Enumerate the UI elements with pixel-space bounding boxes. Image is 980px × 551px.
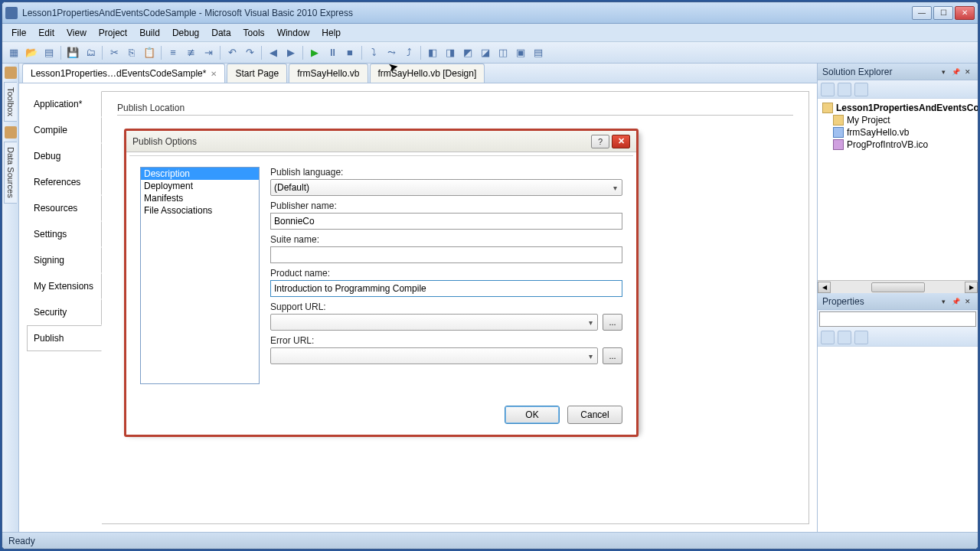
solution-toolbar [818,80,978,99]
close-button[interactable]: ✕ [955,6,975,20]
ok-button[interactable]: OK [505,406,560,424]
step-out-button[interactable]: ⤴ [400,44,417,61]
option-manifests[interactable]: Manifests [141,192,259,204]
nav-publish[interactable]: Publish [27,325,102,351]
minimize-button[interactable]: — [912,6,932,20]
menu-debug[interactable]: Debug [166,25,205,41]
tb-misc-7[interactable]: ▤ [530,44,547,61]
dialog-close-button[interactable]: ✕ [612,135,630,148]
toolbox-tab[interactable]: Toolbox [4,82,17,122]
property-pages-icon[interactable] [854,331,868,344]
properties-object-selector[interactable] [819,311,976,327]
tab-frmsayhello-code[interactable]: frmSayHello.vb [289,64,368,83]
refresh-icon[interactable] [854,83,868,96]
scroll-track[interactable] [831,282,965,293]
menu-tools[interactable]: Tools [237,25,271,41]
nav-references[interactable]: References [27,169,102,195]
tree-myproject[interactable]: My Project [821,114,975,126]
menu-edit[interactable]: Edit [32,25,60,41]
panel-pin-icon[interactable]: 📌 [950,296,961,307]
properties-grid[interactable] [818,347,978,532]
panel-close-icon[interactable]: ✕ [962,296,973,307]
menu-help[interactable]: Help [315,25,347,41]
menu-view[interactable]: View [60,25,93,41]
tb-misc-1[interactable]: ◧ [424,44,441,61]
nav-signing[interactable]: Signing [27,247,102,273]
start-debug-button[interactable]: ▶ [306,44,323,61]
menu-data[interactable]: Data [205,25,237,41]
tree-ico[interactable]: ProgProfIntroVB.ico [821,139,975,151]
option-description[interactable]: Description [141,168,259,180]
panel-pin-icon[interactable]: 📌 [950,67,961,77]
scroll-right-button[interactable]: ▶ [965,282,978,293]
categorized-icon[interactable] [821,331,835,344]
error-url-combo[interactable] [270,347,598,364]
show-all-icon[interactable] [838,83,851,96]
panel-dropdown-icon[interactable]: ▾ [938,296,949,307]
step-over-button[interactable]: ⤳ [383,44,400,61]
tb-misc-3[interactable]: ◩ [459,44,476,61]
maximize-button[interactable]: ☐ [933,6,953,20]
publisher-name-input[interactable] [270,213,622,230]
support-url-browse-button[interactable]: ... [603,314,622,331]
tab-frmsayhello-design[interactable]: frmSayHello.vb [Design] [370,64,485,83]
support-url-combo[interactable] [270,314,598,331]
tab-project-designer[interactable]: Lesson1Properties…dEventsCodeSample* ✕ [22,64,225,83]
nav-resources[interactable]: Resources [27,195,102,221]
menu-build[interactable]: Build [133,25,166,41]
undo-button[interactable]: ↶ [224,44,240,61]
tb-misc-5[interactable]: ◫ [495,44,511,61]
save-button[interactable]: 💾 [64,44,81,61]
indent-button[interactable]: ⇥ [200,44,217,61]
nav-debug[interactable]: Debug [27,143,102,169]
comment-button[interactable]: ≡ [165,44,181,61]
nav-security[interactable]: Security [27,299,102,325]
datasources-tab[interactable]: Data Sources [4,142,17,204]
publish-language-combo[interactable]: (Default) [270,179,622,196]
cancel-button[interactable]: Cancel [567,406,622,424]
nav-compile[interactable]: Compile [27,117,102,143]
option-fileassoc[interactable]: File Associations [141,204,259,217]
menu-file[interactable]: File [5,25,32,41]
alphabetical-icon[interactable] [838,331,851,344]
nav-application[interactable]: Application* [27,91,102,117]
scroll-left-button[interactable]: ◀ [818,282,831,293]
open-file-button[interactable]: 📂 [23,44,40,61]
option-deployment[interactable]: Deployment [141,180,259,192]
menu-window[interactable]: Window [271,25,316,41]
properties-icon[interactable] [821,83,835,96]
new-project-button[interactable]: ▦ [5,44,22,61]
nav-fwd-button[interactable]: ▶ [283,44,299,61]
solution-tree[interactable]: Lesson1PropertiesAndEventsCo My Project … [818,99,978,280]
redo-button[interactable]: ↷ [241,44,258,61]
tb-misc-4[interactable]: ◪ [477,44,494,61]
tb-misc-6[interactable]: ▣ [512,44,529,61]
save-all-button[interactable]: 🗂 [82,44,99,61]
error-url-browse-button[interactable]: ... [603,347,622,364]
copy-button[interactable]: ⎘ [123,44,140,61]
menu-project[interactable]: Project [93,25,133,41]
break-button[interactable]: ⏸ [324,44,341,61]
panel-close-icon[interactable]: ✕ [962,67,973,77]
paste-button[interactable]: 📋 [141,44,158,61]
tb-misc-2[interactable]: ◨ [442,44,459,61]
tree-root[interactable]: Lesson1PropertiesAndEventsCo [821,102,975,114]
scroll-thumb[interactable] [871,282,925,292]
nav-back-button[interactable]: ◀ [265,44,282,61]
close-tab-icon[interactable]: ✕ [211,70,217,78]
product-name-input[interactable] [270,280,622,297]
nav-settings[interactable]: Settings [27,221,102,247]
solution-hscroll[interactable]: ◀ ▶ [818,280,978,293]
add-item-button[interactable]: ▤ [41,44,57,61]
step-into-button[interactable]: ⤵ [365,44,382,61]
panel-dropdown-icon[interactable]: ▾ [938,67,949,77]
dialog-help-button[interactable]: ? [591,135,609,148]
tree-frmsayhello[interactable]: frmSayHello.vb [821,126,975,139]
uncomment-button[interactable]: ≢ [182,44,199,61]
nav-myextensions[interactable]: My Extensions [27,273,102,299]
suite-name-input[interactable] [270,246,622,263]
stop-button[interactable]: ■ [341,44,358,61]
options-category-list[interactable]: Description Deployment Manifests File As… [140,167,260,384]
cut-button[interactable]: ✂ [106,44,122,61]
tab-start-page[interactable]: Start Page [227,64,287,83]
